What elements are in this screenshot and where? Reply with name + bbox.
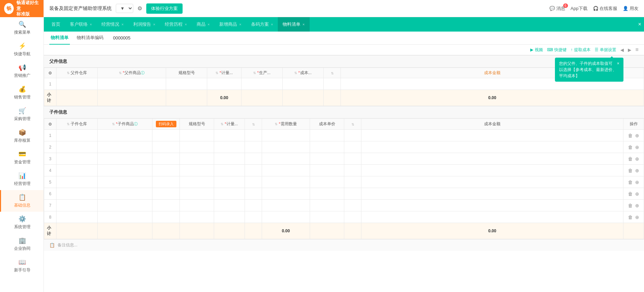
trial-button[interactable]: 体验行业方案 — [146, 3, 183, 14]
child-unit-cell[interactable] — [214, 200, 245, 211]
child-spec-cell[interactable] — [180, 176, 214, 188]
copy-row-button[interactable]: ⊕ — [634, 155, 640, 162]
child-unit-cost-cell[interactable] — [310, 165, 344, 176]
child-unit-cell[interactable] — [214, 165, 245, 176]
delete-row-button[interactable]: 🗑 — [627, 132, 633, 139]
nav-prev-button[interactable]: ◀ — [620, 47, 624, 52]
copy-row-button[interactable]: ⊕ — [634, 144, 640, 151]
child-qty-cell[interactable] — [262, 141, 310, 153]
sidebar-item-search[interactable]: 🔍 搜索菜单 — [0, 17, 44, 39]
tab-close-icon[interactable]: × — [239, 22, 241, 26]
child-qty-cell[interactable] — [262, 188, 310, 200]
child-spec-cell[interactable] — [180, 141, 214, 153]
sidebar-item-operations[interactable]: 📊 经营管理 — [0, 168, 44, 190]
tab-new-product[interactable]: 新增商品 × — [214, 17, 246, 32]
child-qty-cell[interactable] — [262, 176, 310, 188]
extract-cost-button[interactable]: ↑ 提取成本 — [571, 47, 591, 53]
delete-row-button[interactable]: 🗑 — [627, 179, 633, 186]
child-unit-cell[interactable] — [214, 141, 245, 153]
child-spec-cell[interactable] — [180, 130, 214, 141]
tab-operations[interactable]: 经营情况 × — [97, 17, 128, 32]
parent-produce-cell[interactable] — [242, 78, 283, 90]
child-spec-cell[interactable] — [180, 211, 214, 223]
child-unit-cost-cell[interactable] — [310, 153, 344, 165]
child-qty-cell[interactable] — [262, 130, 310, 141]
sidebar-item-basic-info[interactable]: 📋 基础信息 — [0, 190, 44, 212]
tab-close-icon[interactable]: × — [271, 22, 273, 26]
child-spec-cell[interactable] — [180, 188, 214, 200]
sidebar-item-quick-nav[interactable]: ⚡ 快捷导航 — [0, 39, 44, 60]
delete-row-button[interactable]: 🗑 — [627, 144, 633, 151]
parent-product-cell[interactable] — [98, 78, 166, 90]
close-all-tabs-button[interactable]: × — [638, 21, 641, 27]
tab-close-icon[interactable]: × — [121, 22, 123, 26]
tab-barcode[interactable]: 条码方案 × — [246, 17, 278, 32]
copy-row-button[interactable]: ⊕ — [634, 202, 640, 209]
delete-row-button[interactable]: 🗑 — [627, 214, 633, 221]
tab-history[interactable]: 经营历程 × — [160, 17, 191, 32]
sidebar-item-inventory[interactable]: 📦 库存核算 — [0, 125, 44, 147]
tab-profit[interactable]: 利润报告 × — [128, 17, 160, 32]
sub-nav-bom[interactable]: 物料清单 — [49, 32, 70, 45]
sidebar-item-purchase[interactable]: 🛒 采购管理 — [0, 104, 44, 125]
sidebar-item-guide[interactable]: 📖 新手引导 — [0, 255, 44, 277]
tab-close-icon[interactable]: × — [90, 22, 92, 26]
copy-row-button[interactable]: ⊕ — [634, 132, 640, 139]
tab-customers[interactable]: 客户联络 × — [65, 17, 97, 32]
delete-row-button[interactable]: 🗑 — [627, 167, 633, 174]
child-product-cell[interactable] — [98, 176, 152, 188]
child-unit-cell[interactable] — [214, 130, 245, 141]
child-product-cell[interactable] — [98, 153, 152, 165]
tab-home[interactable]: 首页 — [47, 17, 65, 32]
tab-bom[interactable]: 物料清单 × — [278, 17, 309, 32]
shortcut-button[interactable]: ⌨ 快捷键 — [547, 47, 567, 53]
child-warehouse-cell[interactable] — [57, 176, 98, 188]
sidebar-item-marketing[interactable]: 📢 营销推广 — [0, 60, 44, 82]
sidebar-item-system[interactable]: ⚙️ 系统管理 — [0, 212, 44, 233]
sub-nav-code[interactable]: 物料清单编码 — [75, 32, 105, 45]
child-unit-cost-cell[interactable] — [310, 130, 344, 141]
child-product-cell[interactable] — [98, 165, 152, 176]
copy-row-button[interactable]: ⊕ — [634, 167, 640, 174]
copy-row-button[interactable]: ⊕ — [634, 179, 640, 186]
system-dropdown[interactable]: ▼ — [116, 4, 133, 13]
child-qty-cell[interactable] — [262, 153, 310, 165]
child-qty-cell[interactable] — [262, 200, 310, 211]
video-button[interactable]: ▶ 视频 — [530, 47, 543, 53]
child-unit-cost-cell[interactable] — [310, 211, 344, 223]
sidebar-item-enterprise[interactable]: 🏢 企业协同 — [0, 233, 44, 255]
child-unit-cost-cell[interactable] — [310, 200, 344, 211]
child-product-cell[interactable] — [98, 200, 152, 211]
tab-close-icon[interactable]: × — [208, 22, 210, 26]
tab-close-icon[interactable]: × — [302, 22, 305, 26]
child-spec-cell[interactable] — [180, 165, 214, 176]
child-warehouse-cell[interactable] — [57, 165, 98, 176]
child-warehouse-cell[interactable] — [57, 211, 98, 223]
sidebar-item-sales[interactable]: 💰 销售管理 — [0, 82, 44, 104]
child-warehouse-cell[interactable] — [57, 200, 98, 211]
child-warehouse-cell[interactable] — [57, 141, 98, 153]
tab-products[interactable]: 商品 × — [192, 17, 214, 32]
child-product-cell[interactable] — [98, 188, 152, 200]
child-unit-cell[interactable] — [214, 211, 245, 223]
settings-gear-button[interactable]: ⚙ — [137, 5, 142, 12]
child-unit-cell[interactable] — [214, 153, 245, 165]
nav-next-button[interactable]: ▶ — [628, 47, 631, 52]
child-qty-cell[interactable] — [262, 165, 310, 176]
child-warehouse-cell[interactable] — [57, 153, 98, 165]
parent-unit-cell[interactable] — [207, 78, 242, 90]
child-unit-cost-cell[interactable] — [310, 176, 344, 188]
gear-config-icon[interactable]: ⚙ — [48, 122, 52, 127]
copy-row-button[interactable]: ⊕ — [634, 214, 640, 221]
child-spec-cell[interactable] — [180, 153, 214, 165]
parent-spec-cell[interactable] — [166, 78, 207, 90]
child-unit-cost-cell[interactable] — [310, 141, 344, 153]
copy-row-button[interactable]: ⊕ — [634, 190, 640, 197]
child-unit-cell[interactable] — [214, 176, 245, 188]
child-product-cell[interactable] — [98, 211, 152, 223]
sidebar-item-finance[interactable]: 💳 资金管理 — [0, 147, 44, 168]
app-download-link[interactable]: App下载 — [571, 5, 587, 12]
tab-close-icon[interactable]: × — [153, 22, 155, 26]
child-product-cell[interactable] — [98, 130, 152, 141]
delete-row-button[interactable]: 🗑 — [627, 202, 633, 209]
